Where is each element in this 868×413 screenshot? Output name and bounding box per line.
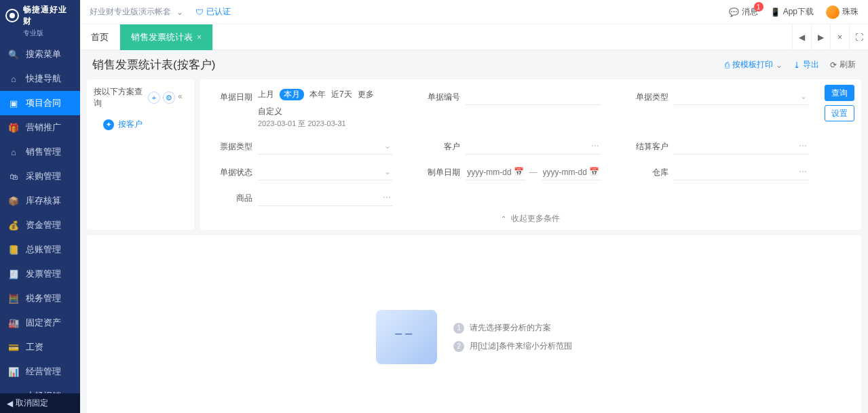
- box-icon: 📦: [8, 195, 19, 206]
- date-range-display: 2023-03-01 至 2023-03-31: [258, 119, 392, 129]
- bag-icon: 🛍: [8, 171, 19, 182]
- shield-icon: 🛡: [195, 7, 204, 17]
- filter-settle-customer: 结算客户 ⋯: [628, 138, 808, 155]
- query-button[interactable]: 查询: [825, 85, 854, 101]
- chevron-down-icon: ⌄: [384, 167, 391, 176]
- filter-bill-status: 单据状态 ⌄: [212, 164, 392, 180]
- chevron-down-icon: ⌄: [384, 141, 391, 151]
- home-icon: ⌂: [8, 73, 19, 84]
- topbar: 好业财专业版演示帐套 ⌄ 🛡 已认证 💬 消息 1 📱 App下载 珠珠: [80, 0, 868, 24]
- sidebar-item-label: 库存核算: [26, 195, 61, 207]
- dq-more[interactable]: 更多: [358, 89, 374, 100]
- customer-picker[interactable]: [466, 138, 600, 155]
- invoice-type-select[interactable]: [258, 138, 392, 155]
- chevron-down-icon: ⌄: [800, 92, 807, 101]
- calendar-icon: 📅: [589, 167, 599, 176]
- manage-icon: 📊: [8, 366, 19, 377]
- tabbar: 首页 销售发票统计表 × ◀ ▶ × ⛶: [80, 24, 868, 50]
- tab-nav-prev[interactable]: ◀: [792, 24, 811, 50]
- goods-picker[interactable]: [258, 190, 392, 206]
- tab-nav-next[interactable]: ▶: [811, 24, 830, 50]
- sidebar-item-7[interactable]: 💰资金管理: [0, 213, 80, 237]
- invoice-icon: 🧾: [8, 269, 19, 279]
- account-name: 好业财专业版演示帐套: [90, 6, 171, 18]
- dq-last-month[interactable]: 上月: [258, 89, 274, 100]
- filter-bill-type: 单据类型 ⌄: [628, 89, 808, 129]
- dq-custom[interactable]: 自定义: [258, 106, 282, 117]
- sidebar-item-5[interactable]: 🛍采购管理: [0, 164, 80, 189]
- bill-status-select[interactable]: [258, 164, 392, 180]
- empty-state: 1 请先选择要分析的方案 2 用[过滤]条件来缩小分析范围: [87, 235, 861, 413]
- scheme-item-by-customer[interactable]: ✦ 按客户: [91, 115, 190, 134]
- print-by-template[interactable]: ⎙ 按模板打印 ⌄: [725, 59, 782, 71]
- reimburse-icon: G: [8, 391, 19, 393]
- filter-goods: 商品 ⋯: [212, 190, 392, 206]
- sidebar-item-3[interactable]: 🎁营销推广: [0, 115, 80, 140]
- filter-customer: 客户 ⋯: [419, 138, 600, 155]
- sidebar-item-label: 营销推广: [26, 121, 61, 134]
- warehouse-picker[interactable]: [674, 164, 808, 180]
- sidebar-item-8[interactable]: 📒总账管理: [0, 237, 80, 262]
- tab-home[interactable]: 首页: [80, 24, 120, 50]
- sidebar-item-2[interactable]: ▣项目合同: [0, 91, 80, 115]
- ledger-icon: 📒: [8, 244, 19, 255]
- tab-close-all[interactable]: ×: [830, 24, 849, 50]
- sidebar-item-14[interactable]: G小畅报销: [0, 384, 80, 393]
- more-icon[interactable]: ⋯: [799, 141, 807, 151]
- settings-button[interactable]: 设置: [825, 105, 854, 121]
- sidebar-item-13[interactable]: 📊经营管理: [0, 359, 80, 384]
- doc-icon: ▣: [8, 98, 19, 109]
- fullscreen-icon[interactable]: ⛶: [849, 24, 868, 50]
- dq-last7[interactable]: 近7天: [331, 89, 352, 100]
- topbar-messages[interactable]: 💬 消息 1: [729, 6, 758, 18]
- sidebar-item-11[interactable]: 🏭固定资产: [0, 311, 80, 335]
- dq-this-year[interactable]: 本年: [309, 89, 326, 100]
- sidebar-item-9[interactable]: 🧾发票管理: [0, 262, 80, 286]
- sidebar-item-label: 工资: [26, 341, 43, 353]
- brand-logo-icon: [5, 9, 19, 22]
- filter-warehouse: 仓库 ⋯: [628, 164, 808, 180]
- sidebar-item-label: 资金管理: [26, 219, 61, 231]
- cart-icon: ⌂: [8, 146, 19, 157]
- dq-this-month[interactable]: 本月: [280, 89, 304, 100]
- sidebar-item-6[interactable]: 📦库存核算: [0, 189, 80, 213]
- collapse-filters[interactable]: 收起更多条件: [212, 206, 849, 230]
- avatar: [826, 5, 839, 19]
- tab-sales-invoice-report[interactable]: 销售发票统计表 ×: [120, 24, 213, 50]
- bill-type-select[interactable]: [674, 89, 808, 105]
- topbar-app-download[interactable]: 📱 App下载: [770, 6, 814, 18]
- scheme-settings-button[interactable]: ⚙: [163, 92, 175, 104]
- sidebar-item-12[interactable]: 💳工资: [0, 335, 80, 359]
- filter-invoice-type: 票据类型 ⌄: [212, 138, 392, 155]
- date-quick-picker: 上月 本月 本年 近7天 更多 自定义: [258, 89, 392, 117]
- scheme-collapse-icon[interactable]: «: [178, 92, 187, 104]
- empty-step-1: 1 请先选择要分析的方案: [453, 322, 572, 334]
- brand-row: 畅捷通好业财: [0, 0, 80, 28]
- empty-illustration-icon: [376, 310, 437, 364]
- sidebar-item-label: 采购管理: [26, 170, 61, 182]
- sidebar-item-0[interactable]: 🔍搜索菜单: [0, 42, 80, 66]
- topbar-user[interactable]: 珠珠: [826, 5, 858, 19]
- settle-customer-picker[interactable]: [674, 138, 808, 155]
- brand-edition: 专业版: [0, 28, 80, 42]
- sidebar-pin-toggle[interactable]: ◀ 取消固定: [0, 393, 80, 413]
- more-icon[interactable]: ⋯: [799, 167, 807, 176]
- more-icon[interactable]: ⋯: [591, 141, 599, 151]
- more-icon[interactable]: ⋯: [383, 193, 391, 202]
- refresh-button[interactable]: ⟳ 刷新: [830, 59, 856, 71]
- sidebar-item-10[interactable]: 🧮税务管理: [0, 286, 80, 311]
- account-selector[interactable]: 好业财专业版演示帐套 ⌄: [90, 6, 183, 18]
- export-button[interactable]: ⤓ 导出: [793, 59, 819, 71]
- sidebar-item-4[interactable]: ⌂销售管理: [0, 140, 80, 164]
- sidebar-item-label: 快捷导航: [26, 73, 61, 85]
- page-title: 销售发票统计表(按客户): [92, 57, 215, 73]
- sidebar-item-1[interactable]: ⌂快捷导航: [0, 66, 80, 91]
- bill-no-input[interactable]: [466, 89, 600, 105]
- sidebar-item-label: 搜索菜单: [26, 48, 61, 60]
- page-header: 销售发票统计表(按客户) ⎙ 按模板打印 ⌄ ⤓ 导出 ⟳ 刷新: [80, 50, 868, 79]
- scheme-add-button[interactable]: +: [148, 92, 160, 104]
- empty-step-2: 2 用[过滤]条件来缩小分析范围: [453, 340, 572, 352]
- export-icon: ⤓: [793, 60, 800, 70]
- chevron-down-icon: ⌄: [776, 60, 782, 70]
- close-icon[interactable]: ×: [197, 33, 202, 42]
